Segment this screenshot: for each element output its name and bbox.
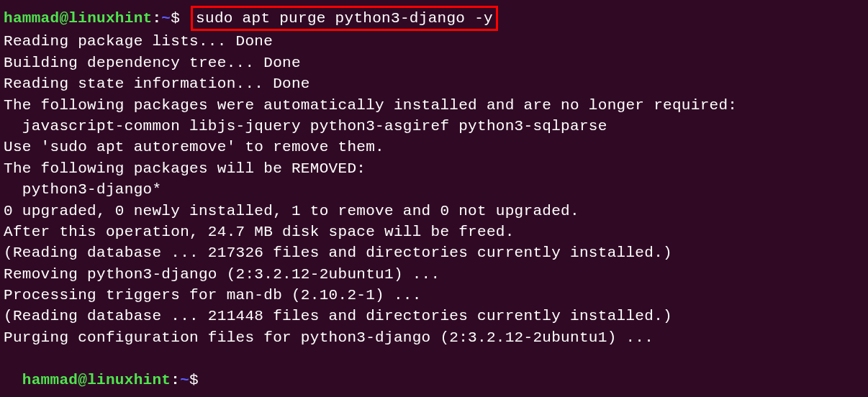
- prompt-dollar: $: [189, 372, 199, 388]
- prompt-dollar: $: [171, 8, 189, 29]
- output-line: Processing triggers for man-db (2.10.2-1…: [4, 285, 864, 306]
- prompt-at: @: [78, 372, 87, 388]
- output-line: python3-django*: [4, 179, 864, 200]
- output-line: The following packages were automaticall…: [4, 95, 864, 116]
- output-line: Reading package lists... Done: [4, 31, 864, 52]
- command-highlight-box: sudo apt purge python3-django -y: [191, 6, 498, 31]
- output-line: After this operation, 24.7 MB disk space…: [4, 222, 864, 242]
- output-line: The following packages will be REMOVED:: [4, 158, 864, 179]
- output-line: (Reading database ... 217326 files and d…: [4, 242, 864, 263]
- output-line: Building dependency tree... Done: [4, 53, 864, 73]
- output-line: Removing python3-django (2:3.2.12-2ubunt…: [4, 264, 864, 285]
- prompt-path: ~: [180, 372, 189, 388]
- prompt-user: hammad: [22, 372, 78, 388]
- prompt-host: linuxhint: [68, 8, 152, 29]
- output-line: (Reading database ... 211448 files and d…: [4, 306, 864, 327]
- output-line: Purging configuration files for python3-…: [4, 327, 864, 348]
- prompt-colon: :: [152, 8, 161, 29]
- prompt-colon: :: [171, 372, 180, 388]
- prompt-host: linuxhint: [87, 372, 171, 388]
- prompt-user: hammad: [4, 8, 59, 29]
- output-line: Reading state information... Done: [4, 73, 864, 94]
- terminal-prompt-line-2[interactable]: hammad@linuxhint:~$: [4, 348, 864, 391]
- output-line: Use 'sudo apt autoremove' to remove them…: [4, 137, 864, 158]
- command-text[interactable]: sudo apt purge python3-django -y: [196, 10, 493, 27]
- prompt-at: @: [59, 8, 68, 29]
- output-line: javascript-common libjs-jquery python3-a…: [4, 116, 864, 137]
- terminal-prompt-line-1: hammad@linuxhint:~$ sudo apt purge pytho…: [4, 6, 864, 31]
- output-line: 0 upgraded, 0 newly installed, 1 to remo…: [4, 201, 864, 222]
- prompt-path: ~: [161, 8, 171, 29]
